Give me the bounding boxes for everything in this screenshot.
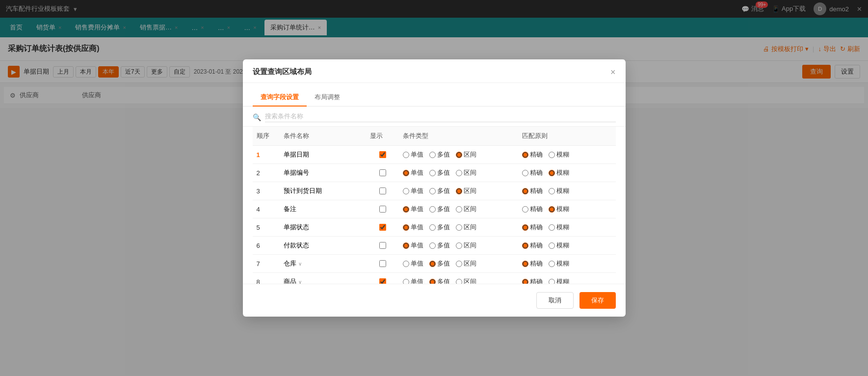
dialog-search: 🔍 bbox=[243, 107, 626, 108]
modal-overlay: 设置查询区域布局 × 查询字段设置 布局调整 🔍 顺序 条件名称 显示 条件类型 bbox=[0, 0, 868, 108]
tab-query-settings[interactable]: 查询字段设置 bbox=[253, 89, 307, 107]
settings-dialog: 设置查询区域布局 × 查询字段设置 布局调整 🔍 顺序 条件名称 显示 条件类型 bbox=[243, 59, 626, 108]
dialog-close-button[interactable]: × bbox=[610, 68, 616, 77]
tab-layout-adjust[interactable]: 布局调整 bbox=[307, 89, 348, 107]
dialog-header: 设置查询区域布局 × bbox=[243, 59, 626, 83]
dialog-title: 设置查询区域布局 bbox=[253, 67, 312, 77]
dialog-tabs: 查询字段设置 布局调整 bbox=[243, 83, 626, 107]
